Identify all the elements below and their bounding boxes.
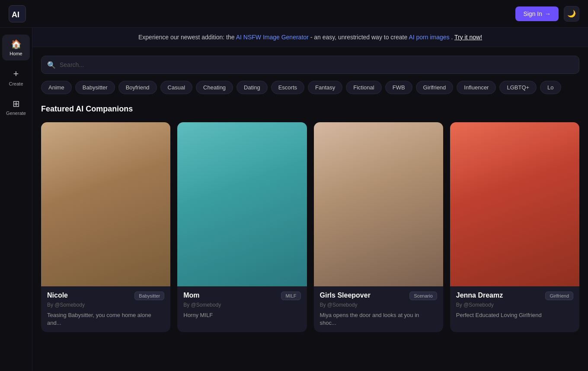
featured-title: Featured AI Companions xyxy=(41,105,579,114)
card-girls-sleepover-badge: Scenario xyxy=(409,292,437,300)
banner-prefix: Experience our newest addition: the xyxy=(138,34,236,41)
card-nicole-by: By @Somebody xyxy=(47,302,164,308)
card-nicole-image xyxy=(41,122,170,286)
main-content: Experience our newest addition: the AI N… xyxy=(32,28,588,371)
card-mom-body: Mom MILF By @Somebody Horny MILF xyxy=(177,286,307,324)
card-nicole-badge: Babysitter xyxy=(134,292,164,300)
tag-girlfriend[interactable]: Girlfriend xyxy=(416,81,454,94)
header: AI Sign In → 🌙 xyxy=(0,0,588,28)
sign-in-label: Sign In xyxy=(523,10,542,17)
moon-icon: 🌙 xyxy=(567,10,576,18)
card-jenna-dreamz-header: Jenna Dreamz Girlfriend xyxy=(456,292,573,300)
card-mom-badge: MILF xyxy=(281,292,300,300)
generate-icon: ⊞ xyxy=(13,98,20,109)
card-nicole-desc: Teasing Babysitter, you come home alone … xyxy=(47,311,164,327)
sign-in-button[interactable]: Sign In → xyxy=(515,6,559,21)
sidebar-item-create-label: Create xyxy=(9,81,23,86)
sidebar-item-generate-label: Generate xyxy=(6,111,26,116)
card-girls-sleepover-body: Girls Sleepover Scenario By @Somebody Mi… xyxy=(314,286,443,332)
card-mom[interactable]: Mom MILF By @Somebody Horny MILF xyxy=(177,122,307,332)
home-icon: 🏠 xyxy=(11,39,22,49)
search-input[interactable] xyxy=(41,56,579,74)
tag-fantasy[interactable]: Fantasy xyxy=(308,81,342,94)
sidebar-item-home[interactable]: 🏠 Home xyxy=(2,35,30,60)
card-jenna-dreamz-by: By @Somebody xyxy=(456,302,573,308)
tag-lo[interactable]: Lo xyxy=(540,81,561,94)
banner-suffix: . xyxy=(451,34,454,41)
search-container: 🔍 xyxy=(32,47,588,74)
tag-babysitter[interactable]: Babysitter xyxy=(75,81,115,94)
tag-cheating[interactable]: Cheating xyxy=(196,81,233,94)
sidebar-item-create[interactable]: + Create xyxy=(2,64,30,91)
card-mom-desc: Horny MILF xyxy=(183,311,300,319)
tag-lgbtq[interactable]: LGBTQ+ xyxy=(499,81,537,94)
tags-container: Anime Babysitter Boyfriend Casual Cheati… xyxy=(32,74,588,94)
tag-escorts[interactable]: Escorts xyxy=(271,81,304,94)
tag-influencer[interactable]: Influencer xyxy=(457,81,496,94)
svg-text:AI: AI xyxy=(12,10,19,19)
card-jenna-dreamz[interactable]: Jenna Dreamz Girlfriend By @Somebody Per… xyxy=(450,122,579,332)
theme-toggle-button[interactable]: 🌙 xyxy=(564,6,579,22)
tag-anime[interactable]: Anime xyxy=(41,81,72,94)
tag-dating[interactable]: Dating xyxy=(236,81,268,94)
card-jenna-dreamz-image xyxy=(450,122,579,286)
tag-fwb[interactable]: FWB xyxy=(385,81,412,94)
card-jenna-dreamz-name: Jenna Dreamz xyxy=(456,292,503,299)
header-right: Sign In → 🌙 xyxy=(515,6,579,22)
card-nicole-name: Nicole xyxy=(47,292,68,299)
card-jenna-dreamz-body: Jenna Dreamz Girlfriend By @Somebody Per… xyxy=(450,286,579,324)
card-nicole[interactable]: Nicole Babysitter By @Somebody Teasing B… xyxy=(41,122,170,332)
card-girls-sleepover-name: Girls Sleepover xyxy=(320,292,371,299)
search-icon: 🔍 xyxy=(47,61,56,69)
banner-cta[interactable]: Try it now! xyxy=(454,34,482,41)
logo-icon: AI xyxy=(9,5,26,22)
sidebar-item-home-label: Home xyxy=(10,51,22,56)
sidebar-item-generate[interactable]: ⊞ Generate xyxy=(2,94,30,120)
card-girls-sleepover[interactable]: Girls Sleepover Scenario By @Somebody Mi… xyxy=(314,122,443,332)
tag-casual[interactable]: Casual xyxy=(160,81,192,94)
card-nicole-body: Nicole Babysitter By @Somebody Teasing B… xyxy=(41,286,170,332)
create-icon: + xyxy=(13,68,19,79)
search-wrapper: 🔍 xyxy=(41,56,579,74)
card-girls-sleepover-by: By @Somebody xyxy=(320,302,437,308)
logo[interactable]: AI xyxy=(9,5,26,22)
card-mom-name: Mom xyxy=(183,292,199,299)
tag-boyfriend[interactable]: Boyfriend xyxy=(118,81,157,94)
banner-middle: - an easy, unrestricted way to create xyxy=(310,34,409,41)
card-girls-sleepover-header: Girls Sleepover Scenario xyxy=(320,292,437,300)
card-jenna-dreamz-desc: Perfect Educated Loving Girlfriend xyxy=(456,311,573,319)
card-nicole-header: Nicole Babysitter xyxy=(47,292,164,300)
banner-link-generator[interactable]: AI NSFW Image Generator xyxy=(236,34,309,41)
card-mom-header: Mom MILF xyxy=(183,292,300,300)
sidebar: 🏠 Home + Create ⊞ Generate xyxy=(0,28,32,371)
cards-grid: Nicole Babysitter By @Somebody Teasing B… xyxy=(41,122,579,332)
promo-banner: Experience our newest addition: the AI N… xyxy=(32,28,588,47)
card-girls-sleepover-image xyxy=(314,122,443,286)
card-mom-image xyxy=(177,122,307,286)
card-girls-sleepover-desc: Miya opens the door and looks at you in … xyxy=(320,311,437,327)
tag-fictional[interactable]: Fictional xyxy=(346,81,381,94)
sign-in-arrow-icon: → xyxy=(545,10,551,17)
card-jenna-dreamz-badge: Girlfriend xyxy=(545,292,573,300)
featured-section: Featured AI Companions Nicole Babysitter… xyxy=(32,94,588,341)
banner-link-porn[interactable]: AI porn images xyxy=(409,34,449,41)
card-mom-by: By @Somebody xyxy=(183,302,300,308)
